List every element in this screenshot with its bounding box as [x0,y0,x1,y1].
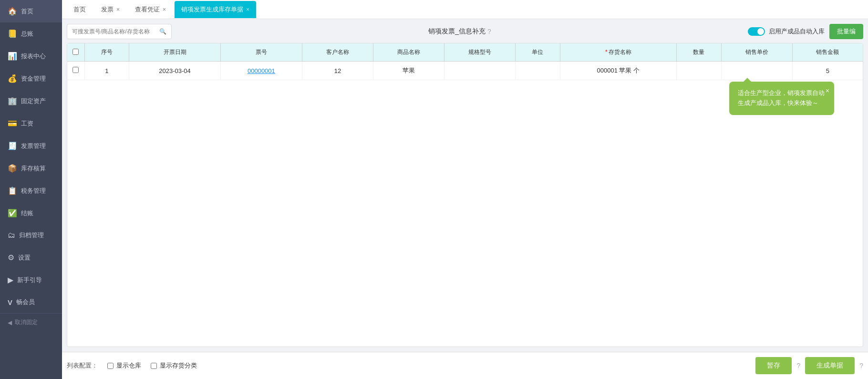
tab-invoice-label: 发票 [101,5,114,14]
sidebar-item-label: 结账 [21,209,33,218]
header-customer: 客户名称 [302,43,373,62]
sidebar-item-invoice-mgmt[interactable]: 🧾 发票管理 [0,135,62,157]
sidebar-item-inventory[interactable]: 📦 库存核算 [0,157,62,179]
header-product-name: 商品名称 [373,43,444,62]
row-open-date: 2023-03-04 [129,62,220,80]
row-spec [444,62,515,80]
tooltip-popup: × 适合生产型企业，销项发票自动生成产成品入库，快来体验～ [729,82,834,115]
search-input[interactable] [72,28,156,35]
sidebar-item-label: 设置 [18,253,31,262]
sidebar-item-label: 资金管理 [21,74,46,83]
toggle-label: 启用产成品自动入库 [769,27,825,36]
main-area: 首页 发票 × 查看凭证 × 销项发票生成库存单据 × 🔍 销项发票_信息补充 … [62,0,868,379]
show-inventory-category-label: 显示存货分类 [160,361,197,370]
header-checkbox-cell [67,43,84,62]
header-inventory-name: *存货名称 [560,43,676,62]
header-unit-price: 销售单价 [721,43,792,62]
info-label-text: 销项发票_信息补充 [428,27,486,36]
report-icon: 📊 [8,52,17,61]
tab-sale-return-close[interactable]: × [246,6,249,13]
sidebar-item-label: 归档管理 [19,231,44,240]
funds-icon: 💰 [8,74,17,83]
row-checkbox[interactable] [72,67,79,73]
sidebar-item-guide[interactable]: ▶ 新手引导 [0,269,62,291]
tab-invoice-close[interactable]: × [116,6,120,13]
header-seq: 序号 [84,43,129,62]
sidebar-item-label: 税务管理 [21,187,46,195]
info-help-icon[interactable]: ? [487,28,491,35]
sidebar-item-label: 首页 [21,7,33,16]
sidebar-item-tax[interactable]: 📋 税务管理 [0,179,62,202]
tab-sale-return[interactable]: 销项发票生成库存单据 × [175,1,256,18]
invoice-mgmt-icon: 🧾 [8,141,17,150]
list-config-label: 列表配置： [67,361,98,370]
show-inventory-category-group: 显示存货分类 [151,361,197,370]
settings-icon: ⚙ [8,253,14,262]
row-qty [676,62,721,80]
page-content: 🔍 销项发票_信息补充 ? 启用产成品自动入库 批量编 序 [62,19,868,352]
save-btn[interactable]: 暂存 [755,357,792,374]
header-amount: 销售金额 [792,43,863,62]
select-all-checkbox[interactable] [72,49,79,55]
sidebar-item-label: 发票管理 [21,142,46,150]
tab-invoice[interactable]: 发票 × [94,1,126,18]
tab-voucher-close[interactable]: × [163,6,166,13]
tab-sale-return-label: 销项发票生成库存单据 [181,5,243,14]
info-label: 销项发票_信息补充 ? [176,27,743,36]
save-help-icon[interactable]: ? [796,362,800,369]
cancel-fixed-btn[interactable]: ◀ 取消固定 [0,313,62,331]
generate-help-icon[interactable]: ? [859,362,863,369]
toggle-area: 启用产成品自动入库 [748,27,825,36]
sidebar-item-label: 总账 [21,30,33,38]
payroll-icon: 💳 [8,119,17,128]
search-icon: 🔍 [159,28,166,35]
sidebar-item-home[interactable]: 🏠 首页 [0,0,62,22]
sidebar-item-label: 畅会员 [16,298,35,306]
header-ticket-no: 票号 [220,43,302,62]
header-spec: 规格型号 [444,43,515,62]
show-warehouse-group: 显示仓库 [107,361,141,370]
batch-edit-btn[interactable]: 批量编 [829,24,863,39]
show-inventory-category-checkbox[interactable] [151,363,157,369]
row-ticket-no[interactable]: 00000001 [220,62,302,80]
row-customer: 12 [302,62,373,80]
sidebar-item-label: 报表中心 [21,52,46,61]
row-inventory-name: 000001 苹果 个 [560,62,676,80]
show-warehouse-label: 显示仓库 [116,361,141,370]
sidebar-item-label: 工资 [21,119,33,128]
auto-warehouse-toggle[interactable] [748,27,765,36]
vip-icon: V [8,298,12,306]
home-icon: 🏠 [8,7,17,16]
tab-voucher[interactable]: 查看凭证 × [128,1,173,18]
sidebar-item-payroll[interactable]: 💳 工资 [0,112,62,135]
sidebar-item-archive[interactable]: 🗂 归档管理 [0,224,62,246]
inventory-icon: 📦 [8,164,17,173]
guide-icon: ▶ [8,275,13,284]
left-arrow-icon: ◀ [8,319,12,326]
header-open-date: 开票日期 [129,43,220,62]
search-box[interactable]: 🔍 [67,24,172,39]
row-checkbox-cell [67,62,84,80]
sidebar-item-checkout[interactable]: ✅ 结账 [0,202,62,224]
assets-icon: 🏢 [8,96,17,105]
bottom-actions: 暂存 ? 生成单据 ? [755,357,863,374]
sidebar-item-assets[interactable]: 🏢 固定资产 [0,90,62,112]
tooltip-close-btn[interactable]: × [826,85,829,96]
sidebar-item-funds[interactable]: 💰 资金管理 [0,67,62,90]
sidebar-item-label: 新手引导 [17,276,42,284]
tax-icon: 📋 [8,186,17,195]
generate-btn[interactable]: 生成单据 [805,357,855,374]
sidebar-item-report[interactable]: 📊 报表中心 [0,45,62,67]
show-warehouse-checkbox[interactable] [107,363,114,369]
sidebar-item-settings[interactable]: ⚙ 设置 [0,246,62,269]
sidebar-item-label: 固定资产 [21,97,46,105]
sidebar-item-label: 库存核算 [21,164,46,173]
tab-voucher-label: 查看凭证 [135,5,160,14]
row-unit [515,62,560,80]
tab-home[interactable]: 首页 [67,1,93,18]
sidebar-item-vip[interactable]: V 畅会员 [0,291,62,313]
row-amount: 5 [792,62,863,80]
archive-icon: 🗂 [8,231,15,240]
sidebar-item-ledger[interactable]: 📒 总账 [0,22,62,45]
header-qty: 数量 [676,43,721,62]
